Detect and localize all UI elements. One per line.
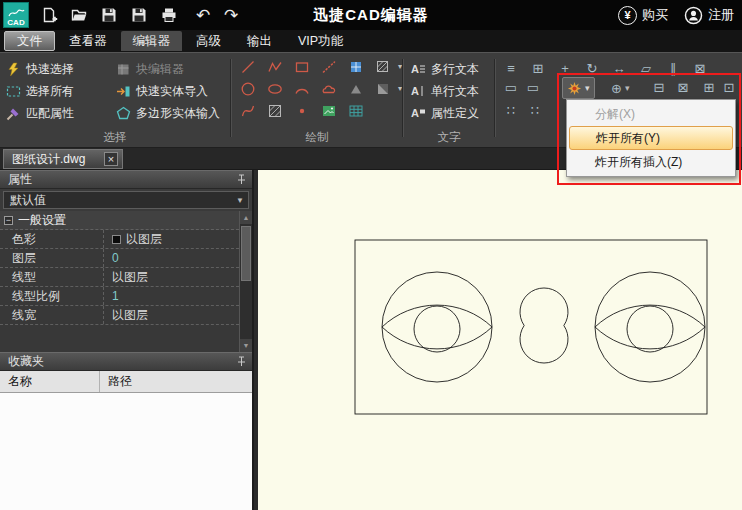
menu-tab-viewer[interactable]: 查看器 bbox=[57, 31, 119, 51]
rect-array-button[interactable]: ▭ bbox=[500, 78, 522, 96]
construction-line-button[interactable] bbox=[317, 57, 341, 77]
preset-value: 默认值 bbox=[10, 192, 46, 209]
hatch-pattern-button[interactable] bbox=[263, 101, 287, 121]
drawing-left-lens bbox=[382, 305, 492, 349]
gradient-dropdown-button[interactable]: ▾ bbox=[371, 79, 395, 99]
drawing bbox=[258, 170, 742, 510]
scroll-down-icon[interactable]: ▼ bbox=[240, 339, 252, 352]
drawing-left-circle bbox=[382, 272, 492, 382]
new-file-button[interactable] bbox=[36, 3, 62, 27]
rectangle-icon bbox=[294, 59, 310, 75]
array-dots-button[interactable]: ∷ bbox=[524, 101, 546, 119]
single-text-icon: A bbox=[410, 83, 426, 99]
column-header-name[interactable]: 名称 bbox=[0, 371, 100, 392]
array-dots-button[interactable]: ∷ bbox=[500, 101, 522, 119]
attribute-definition-button[interactable]: A 属性定义 bbox=[410, 103, 479, 123]
group-separator bbox=[494, 59, 495, 137]
menu-tab-output[interactable]: 输出 bbox=[235, 31, 284, 51]
polyline-tool-button[interactable] bbox=[263, 57, 287, 77]
favorites-list[interactable] bbox=[0, 393, 252, 510]
titlebar: CAD ↶ ↷ 迅捷CAD编辑器 ¥ 购买 注册 bbox=[0, 0, 742, 30]
save-button[interactable] bbox=[96, 3, 122, 27]
collapse-icon[interactable]: − bbox=[4, 216, 13, 225]
property-preset-select[interactable]: 默认值 ▼ bbox=[3, 191, 249, 209]
block-editor-button[interactable]: 块编辑器 bbox=[116, 59, 184, 79]
entity-import-icon bbox=[116, 84, 131, 99]
property-row-layer: 图层 0 bbox=[0, 249, 239, 268]
property-value[interactable]: 1 bbox=[104, 287, 239, 305]
column-header-path[interactable]: 路径 bbox=[100, 373, 132, 390]
menu-tab-editor[interactable]: 编辑器 bbox=[121, 31, 183, 51]
drawing-right-circle bbox=[595, 272, 705, 382]
attribute-icon: A bbox=[410, 105, 426, 121]
multiline-text-button[interactable]: A 多行文本 bbox=[410, 59, 479, 79]
group-label-draw: 绘制 bbox=[232, 130, 402, 145]
buy-button[interactable]: ¥ 购买 bbox=[618, 4, 668, 26]
scrollbar-thumb[interactable] bbox=[241, 226, 251, 281]
register-button[interactable]: 注册 bbox=[684, 4, 734, 26]
select-all-button[interactable]: 选择所有 bbox=[6, 81, 74, 101]
scroll-up-icon[interactable]: ▲ bbox=[240, 211, 252, 224]
property-name: 色彩 bbox=[0, 230, 104, 248]
single-line-text-button[interactable]: A 单行文本 bbox=[410, 81, 479, 101]
property-value[interactable]: 0 bbox=[104, 249, 239, 267]
app-logo-icon: CAD bbox=[3, 2, 29, 28]
raster-image-button[interactable] bbox=[317, 101, 341, 121]
point-tool-button[interactable] bbox=[290, 101, 314, 121]
print-icon bbox=[160, 6, 178, 24]
revision-cloud-button[interactable] bbox=[317, 79, 341, 99]
rectangle-tool-button[interactable] bbox=[290, 57, 314, 77]
property-row-linetype: 线型 以图层 bbox=[0, 268, 239, 287]
quick-select-button[interactable]: 快速选择 bbox=[6, 59, 74, 79]
property-value[interactable]: 以图层 bbox=[104, 268, 239, 286]
insert-block-button[interactable] bbox=[344, 57, 368, 77]
undo-icon: ↶ bbox=[196, 7, 210, 24]
property-section-general[interactable]: − 一般设置 bbox=[0, 211, 239, 230]
close-tab-icon[interactable]: × bbox=[104, 152, 118, 166]
group-label-text: 文字 bbox=[404, 130, 494, 145]
spline-tool-button[interactable] bbox=[236, 101, 260, 121]
align-icon: ≡ bbox=[507, 61, 515, 76]
menu-tab-vip[interactable]: VIP功能 bbox=[286, 31, 355, 51]
menu-tab-advanced[interactable]: 高级 bbox=[184, 31, 233, 51]
arc-tool-button[interactable] bbox=[290, 79, 314, 99]
table-tool-button[interactable] bbox=[344, 101, 368, 121]
circle-tool-button[interactable] bbox=[236, 79, 260, 99]
document-tab[interactable]: 图纸设计.dwg × bbox=[3, 149, 123, 169]
quick-entity-import-button[interactable]: 快速实体导入 bbox=[116, 81, 208, 101]
property-value[interactable]: 以图层 bbox=[104, 230, 239, 248]
solid-triangle-icon bbox=[348, 81, 364, 97]
menu-tab-file[interactable]: 文件 bbox=[4, 31, 55, 51]
solid-fill-button[interactable] bbox=[344, 79, 368, 99]
match-properties-button[interactable]: 匹配属性 bbox=[6, 103, 74, 123]
array-dots-icon: ∷ bbox=[531, 103, 539, 118]
line-tool-button[interactable] bbox=[236, 57, 260, 77]
property-name: 图层 bbox=[0, 249, 104, 267]
undo-button[interactable]: ↶ bbox=[190, 3, 216, 27]
pin-icon[interactable] bbox=[237, 174, 246, 185]
property-row-lineweight: 线宽 以图层 bbox=[0, 306, 239, 325]
print-button[interactable] bbox=[156, 3, 182, 27]
redo-button[interactable]: ↷ bbox=[218, 3, 244, 27]
drawing-canvas[interactable] bbox=[258, 170, 742, 510]
property-value[interactable]: 以图层 bbox=[104, 306, 239, 324]
array-tool-button[interactable]: ⊞ bbox=[527, 59, 549, 77]
hatch-dropdown-button[interactable]: ▾ bbox=[371, 57, 395, 77]
block-icon bbox=[348, 59, 364, 75]
save-as-button[interactable] bbox=[126, 3, 152, 27]
property-name: 线宽 bbox=[0, 306, 104, 324]
path-array-button[interactable]: ▭ bbox=[522, 78, 544, 96]
dashed-line-icon bbox=[321, 59, 337, 75]
ellipse-tool-button[interactable] bbox=[263, 79, 287, 99]
block-editor-icon bbox=[116, 62, 131, 77]
match-properties-icon bbox=[6, 106, 21, 121]
open-file-button[interactable] bbox=[66, 3, 92, 27]
property-name: 线型 bbox=[0, 268, 104, 286]
hatch-square-icon bbox=[267, 103, 283, 119]
point-icon bbox=[294, 103, 310, 119]
scrollbar[interactable]: ▲ ▼ bbox=[239, 211, 252, 352]
redo-icon: ↷ bbox=[224, 7, 238, 24]
align-tool-button[interactable]: ≡ bbox=[500, 59, 522, 77]
pin-icon[interactable] bbox=[237, 356, 246, 367]
polygon-entity-input-button[interactable]: 多边形实体输入 bbox=[116, 103, 220, 123]
